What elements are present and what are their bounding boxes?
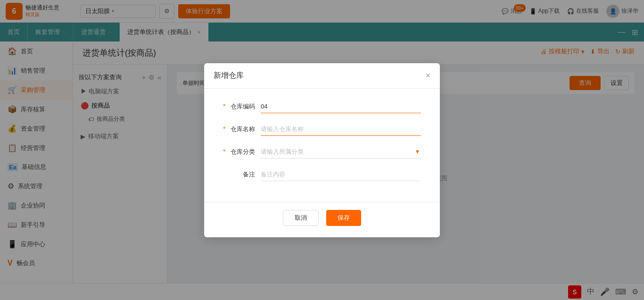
modal-overlay[interactable]: 新增仓库 × 仓库编码 仓库名称 仓库分类 bbox=[0, 0, 644, 300]
name-label: 仓库名称 bbox=[223, 125, 261, 133]
category-select[interactable]: 请输入所属分类 bbox=[261, 145, 421, 158]
modal-footer: 取消 保存 bbox=[204, 202, 440, 237]
category-select-wrap: 请输入所属分类 ▾ bbox=[261, 145, 421, 158]
name-input[interactable] bbox=[261, 123, 421, 136]
remark-input[interactable] bbox=[261, 168, 421, 181]
form-row-name: 仓库名称 bbox=[223, 123, 421, 136]
form-row-category: 仓库分类 请输入所属分类 ▾ bbox=[223, 145, 421, 158]
cancel-button[interactable]: 取消 bbox=[283, 210, 319, 226]
modal-header: 新增仓库 × bbox=[204, 63, 440, 89]
form-row-code: 仓库编码 bbox=[223, 100, 421, 113]
form-row-remark: 备注 bbox=[223, 168, 421, 181]
modal-title: 新增仓库 bbox=[214, 71, 244, 81]
category-label: 仓库分类 bbox=[223, 148, 261, 156]
code-label: 仓库编码 bbox=[223, 102, 261, 111]
modal-body: 仓库编码 仓库名称 仓库分类 请输入所属分类 bbox=[204, 89, 440, 202]
remark-label: 备注 bbox=[223, 170, 261, 179]
modal-dialog: 新增仓库 × 仓库编码 仓库名称 仓库分类 bbox=[204, 63, 440, 237]
save-button[interactable]: 保存 bbox=[326, 210, 361, 226]
code-input[interactable] bbox=[261, 100, 421, 113]
modal-close-button[interactable]: × bbox=[425, 71, 430, 81]
